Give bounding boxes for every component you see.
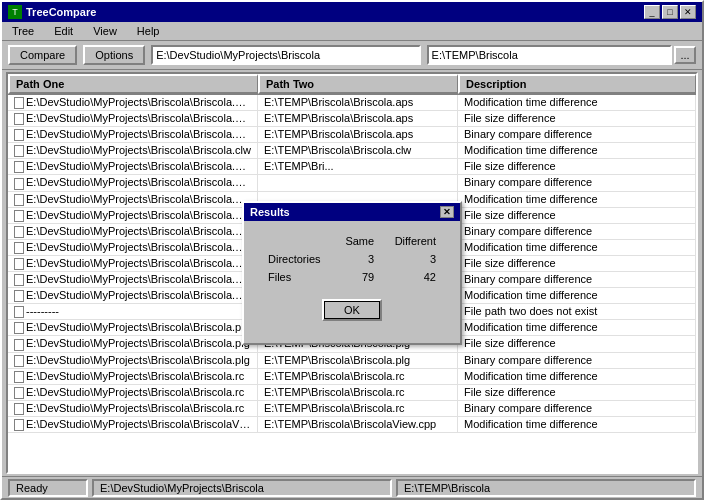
col-same-header: Same: [334, 233, 382, 251]
menu-view[interactable]: View: [87, 24, 123, 38]
dialog-title-text: Results: [250, 206, 290, 218]
path-one-group: [151, 45, 420, 65]
menu-help[interactable]: Help: [131, 24, 166, 38]
files-different: 42: [382, 269, 444, 285]
dialog-body: Same Different Directories 3 3 Fil: [244, 221, 460, 343]
files-same: 79: [334, 269, 382, 285]
dialog-overlay: Results ✕ Same Different: [2, 70, 702, 476]
dialog-title-bar: Results ✕: [244, 203, 460, 221]
directories-label: Directories: [260, 251, 334, 269]
files-row: Files 79 42: [260, 269, 444, 285]
options-button[interactable]: Options: [83, 45, 145, 65]
title-buttons: _ □ ✕: [644, 5, 696, 19]
status-path-one: E:\DevStudio\MyProjects\Briscola: [92, 479, 392, 497]
results-table: Same Different Directories 3 3 Fil: [260, 233, 444, 285]
path-two-input[interactable]: [427, 45, 672, 65]
main-content: Path One Path Two Description E:\DevStud…: [2, 70, 702, 476]
menu-edit[interactable]: Edit: [48, 24, 79, 38]
menu-bar: Tree Edit View Help: [2, 22, 702, 41]
status-ready: Ready: [8, 479, 88, 497]
dialog-footer: OK: [260, 299, 444, 331]
ok-button[interactable]: OK: [322, 299, 382, 321]
col-label-header: [260, 233, 334, 251]
results-dialog: Results ✕ Same Different: [242, 201, 462, 345]
menu-tree[interactable]: Tree: [6, 24, 40, 38]
compare-button[interactable]: Compare: [8, 45, 77, 65]
title-bar: T TreeCompare _ □ ✕: [2, 2, 702, 22]
path-two-group: ...: [427, 45, 696, 65]
app-icon: T: [8, 5, 22, 19]
minimize-button[interactable]: _: [644, 5, 660, 19]
maximize-button[interactable]: □: [662, 5, 678, 19]
directories-same: 3: [334, 251, 382, 269]
close-button[interactable]: ✕: [680, 5, 696, 19]
col-different-header: Different: [382, 233, 444, 251]
files-label: Files: [260, 269, 334, 285]
status-bar: Ready E:\DevStudio\MyProjects\Briscola E…: [2, 476, 702, 498]
main-window: T TreeCompare _ □ ✕ Tree Edit View Help …: [0, 0, 704, 500]
status-path-two: E:\TEMP\Briscola: [396, 479, 696, 497]
directories-row: Directories 3 3: [260, 251, 444, 269]
directories-different: 3: [382, 251, 444, 269]
dialog-close-button[interactable]: ✕: [440, 206, 454, 218]
toolbar: Compare Options ...: [2, 41, 702, 70]
window-title: TreeCompare: [26, 6, 96, 18]
path-one-input[interactable]: [151, 45, 420, 65]
browse-button[interactable]: ...: [674, 46, 696, 64]
